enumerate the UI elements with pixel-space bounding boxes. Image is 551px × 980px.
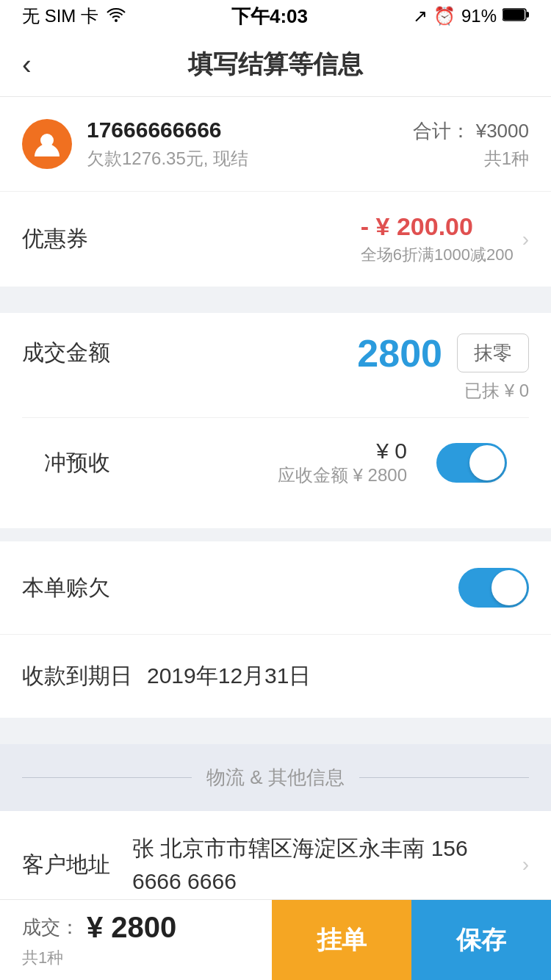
divider-line-left: [22, 777, 192, 778]
coupon-label: 优惠券: [22, 224, 88, 254]
total-count: 共1种: [413, 147, 529, 170]
status-time: 下午4:03: [231, 4, 308, 29]
logistics-label: 物流 & 其他信息: [206, 765, 345, 790]
prepayment-toggle-knob: [469, 445, 505, 480]
bottom-bar: 成交： ¥ 2800 共1种 挂单 保存: [0, 899, 551, 980]
customer-card: 17666666666 欠款1276.35元, 现结 合计： ¥3000 共1种…: [0, 97, 551, 287]
battery-icon: [503, 6, 529, 26]
coupon-discount: - ¥ 200.00: [361, 212, 514, 241]
debt-section: 本单赊欠 收款到期日 2019年12月31日: [0, 541, 551, 718]
bottom-summary-label: 成交：: [22, 915, 79, 940]
prepayment-label: 冲预收: [44, 448, 110, 478]
bottom-count: 共1种: [22, 947, 250, 969]
coupon-info: - ¥ 200.00 全场6折满1000减200: [361, 212, 514, 266]
transaction-amount-value: 2800: [357, 334, 442, 372]
due-date-value: 2019年12月31日: [147, 661, 311, 691]
customer-row: 17666666666 欠款1276.35元, 现结 合计： ¥3000 共1种: [0, 97, 551, 192]
nav-bar: ‹ 填写结算等信息: [0, 32, 551, 97]
round-button[interactable]: 抹零: [457, 334, 529, 372]
status-bar: 无 SIM 卡 下午4:03 ↗ ⏰ 91%: [0, 0, 551, 32]
due-date-label: 收款到期日: [22, 661, 132, 691]
separator-3: [0, 731, 551, 744]
coupon-row[interactable]: 优惠券 - ¥ 200.00 全场6折满1000减200 ›: [0, 192, 551, 287]
transaction-amount-right: 2800 抹零: [357, 334, 529, 372]
customer-left: 17666666666 欠款1276.35元, 现结: [22, 118, 248, 170]
debt-toggle-knob: [491, 570, 527, 605]
transaction-amount-sub: 已抹 ¥ 0: [464, 381, 529, 400]
transaction-amount-row: 成交金额 2800 抹零: [22, 334, 529, 372]
transaction-amount-label: 成交金额: [22, 338, 110, 368]
logistics-divider: 物流 & 其他信息: [0, 744, 551, 811]
customer-debt: 欠款1276.35元, 现结: [87, 147, 248, 170]
customer-right: 合计： ¥3000 共1种: [413, 118, 529, 170]
address-label: 客户地址: [22, 850, 110, 880]
customer-phone: 17666666666: [87, 118, 248, 143]
address-text: 张 北京市市辖区海淀区永丰南 156 6666 6666: [132, 832, 522, 898]
debt-label: 本单赊欠: [22, 573, 110, 603]
address-chevron-icon: ›: [522, 853, 529, 876]
coupon-chevron-icon: ›: [522, 228, 529, 251]
divider-line-right: [359, 777, 529, 778]
coupon-right: - ¥ 200.00 全场6折满1000减200 ›: [361, 212, 529, 266]
total-label: 合计： ¥3000: [413, 118, 529, 144]
page-title: 填写结算等信息: [188, 48, 363, 82]
svg-rect-1: [526, 12, 529, 18]
status-right: ↗ ⏰ 91%: [413, 6, 529, 26]
coupon-desc: 全场6折满1000减200: [361, 244, 514, 266]
prepayment-amount: ¥ 0: [278, 439, 407, 464]
debt-row: 本单赊欠: [0, 541, 551, 634]
prepayment-row: 冲预收 ¥ 0 应收金额 ¥ 2800: [22, 417, 529, 508]
location-icon: ↗: [413, 6, 428, 26]
prepayment-toggle[interactable]: [436, 443, 507, 483]
content: 17666666666 欠款1276.35元, 现结 合计： ¥3000 共1种…: [0, 97, 551, 980]
battery-label: 91%: [461, 6, 497, 26]
prepayment-right: ¥ 0 应收金额 ¥ 2800: [278, 439, 507, 487]
pending-button[interactable]: 挂单: [272, 900, 411, 981]
separator-2: [0, 528, 551, 541]
back-button[interactable]: ‹: [22, 51, 32, 79]
customer-info: 17666666666 欠款1276.35元, 现结: [87, 118, 248, 170]
svg-rect-2: [503, 10, 525, 20]
avatar: [22, 119, 72, 169]
total-amount: ¥3000: [476, 120, 529, 142]
prepayment-sub: 应收金额 ¥ 2800: [278, 464, 407, 487]
sim-label: 无 SIM 卡: [22, 4, 98, 28]
bottom-total-row: 成交： ¥ 2800: [22, 911, 250, 944]
debt-toggle[interactable]: [458, 568, 529, 608]
bottom-summary: 成交： ¥ 2800 共1种: [0, 911, 272, 969]
due-date-row: 收款到期日 2019年12月31日: [0, 634, 551, 718]
amount-section: 成交金额 2800 抹零 已抹 ¥ 0 冲预收 ¥ 0 应收金额 ¥ 2800: [0, 313, 551, 528]
separator-1: [0, 300, 551, 313]
alarm-icon: ⏰: [433, 6, 455, 26]
bottom-summary-amount: ¥ 2800: [87, 911, 176, 944]
save-button[interactable]: 保存: [411, 900, 551, 981]
status-left: 无 SIM 卡: [22, 4, 126, 28]
wifi-icon: [106, 6, 126, 26]
